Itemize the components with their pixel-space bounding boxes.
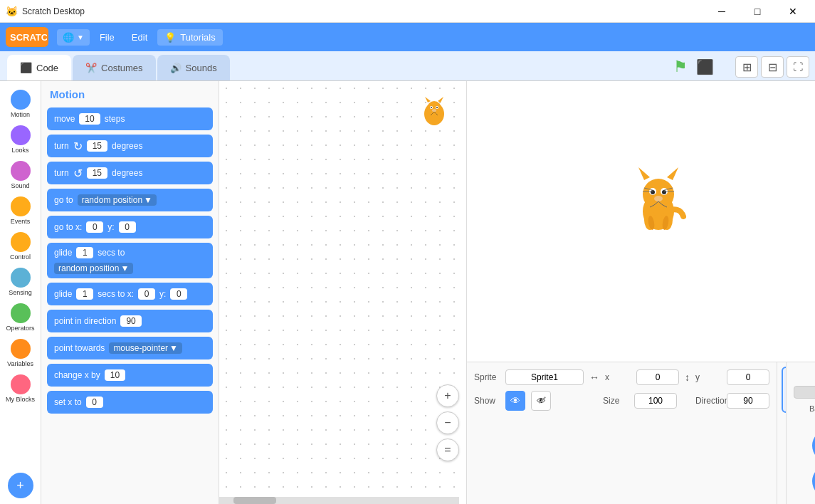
collapsed-view-button[interactable]: ⊟ xyxy=(761,56,784,78)
operators-dot xyxy=(11,303,31,323)
svg-point-14 xyxy=(643,179,674,210)
x-label: x xyxy=(605,372,631,382)
svg-marker-16 xyxy=(667,167,678,180)
script-area[interactable]: + − = xyxy=(219,81,466,504)
add-backdrop-button[interactable]: 🖼 xyxy=(812,466,815,497)
stop-button[interactable]: ⬛ xyxy=(694,56,715,78)
tutorials-icon: 💡 xyxy=(164,32,176,43)
svg-point-9 xyxy=(436,107,438,108)
block-towards[interactable]: point towards mouse-pointer ▼ xyxy=(47,337,213,359)
stage-cat-sprite xyxy=(623,163,694,234)
block-turn-ccw[interactable]: turn ↺ 15 degrees xyxy=(47,162,213,184)
sprite-name-input[interactable] xyxy=(505,369,584,385)
main-layout: Motion Looks Sound Events Control Sensin… xyxy=(0,81,815,504)
sidebar-item-variables[interactable]: Variables xyxy=(1,336,40,370)
globe-arrow: ▼ xyxy=(77,33,84,41)
sensing-label: Sensing xyxy=(9,289,32,296)
stage-panel: Stage Backdrops 1 🐱 🖼 xyxy=(786,362,815,504)
sidebar-item-events[interactable]: Events xyxy=(1,194,40,228)
looks-label: Looks xyxy=(11,147,28,154)
globe-menu[interactable]: 🌐 ▼ xyxy=(57,29,90,46)
show-label: Show xyxy=(474,396,500,406)
zoom-in-button[interactable]: + xyxy=(436,384,459,407)
block-direction[interactable]: point in direction 90 xyxy=(47,310,213,332)
y-input[interactable] xyxy=(727,369,769,385)
sidebar-item-myblocks[interactable]: My Blocks xyxy=(1,372,40,406)
motion-dot xyxy=(11,90,31,110)
category-sidebar: Motion Looks Sound Events Control Sensin… xyxy=(0,81,41,504)
control-label: Control xyxy=(10,253,31,261)
direction-input[interactable] xyxy=(727,393,769,409)
tab-code[interactable]: ⬛ Code xyxy=(7,55,71,80)
block-goto[interactable]: go to random position ▼ xyxy=(47,189,213,211)
tab-sounds[interactable]: 🔊 Sounds xyxy=(157,55,230,80)
tabbar-right-controls: ⚑ ⬛ ⊞ ⊟ ⛶ xyxy=(670,56,815,80)
green-flag-button[interactable]: ⚑ xyxy=(670,56,691,78)
svg-point-10 xyxy=(432,109,436,112)
tutorials-label: Tutorials xyxy=(180,32,215,43)
zoom-out-button[interactable]: − xyxy=(436,411,459,434)
backdrops-label: Backdrops xyxy=(809,404,815,413)
stage-action-buttons: 🐱 🖼 xyxy=(812,424,815,497)
sidebar-item-looks[interactable]: Looks xyxy=(1,122,40,157)
block-glide-random[interactable]: glide 1 secs to random position ▼ xyxy=(47,243,213,278)
direction-label: Direction xyxy=(695,396,721,406)
collapsed-view-icon: ⊟ xyxy=(768,61,777,74)
sprite-info: Sprite ↔ x ↕ y Show 👁 xyxy=(467,362,777,504)
tab-costumes[interactable]: ✂️ Costumes xyxy=(73,55,156,80)
x-input[interactable] xyxy=(636,369,679,385)
blocks-panel: Motion move 10 steps turn ↻ 15 degrees t… xyxy=(41,81,219,504)
window-controls: ─ □ ✕ xyxy=(705,0,809,23)
y-label: y xyxy=(695,372,721,382)
costumes-tab-label: Costumes xyxy=(101,63,143,73)
app-title: Scratch Desktop xyxy=(22,6,85,16)
script-sprite-thumbnail xyxy=(416,93,452,128)
zoom-fit-button[interactable]: = xyxy=(436,439,459,461)
block-changex[interactable]: change x by 10 xyxy=(47,364,213,387)
tutorials-button[interactable]: 💡 Tutorials xyxy=(157,29,222,46)
code-tab-icon: ⬛ xyxy=(20,62,32,73)
sidebar-item-control[interactable]: Control xyxy=(1,229,40,263)
add-extension-button[interactable]: + xyxy=(8,473,33,498)
green-flag-icon: ⚑ xyxy=(673,58,688,76)
block-gotoxy[interactable]: go to x: 0 y: 0 xyxy=(47,216,213,238)
sidebar-item-sensing[interactable]: Sensing xyxy=(1,265,40,299)
block-glide-xy[interactable]: glide 1 secs to x: 0 y: 0 xyxy=(47,283,213,305)
control-dot xyxy=(11,232,31,252)
zoom-fit-icon: = xyxy=(444,443,451,456)
sidebar-item-sound[interactable]: Sound xyxy=(1,158,40,192)
block-move[interactable]: move 10 steps xyxy=(47,107,213,130)
sound-label: Sound xyxy=(11,182,29,189)
stage-area xyxy=(467,81,815,362)
sidebar-item-operators[interactable]: Operators xyxy=(1,300,40,335)
sensing-dot xyxy=(11,268,31,288)
show-hidden-button[interactable]: 👁 xyxy=(531,391,551,411)
stage-thumbnail[interactable] xyxy=(794,386,815,399)
fullscreen-button[interactable]: ⛶ xyxy=(787,56,809,78)
menubar: SCRATCH 🌐 ▼ File Edit 💡 Tutorials xyxy=(0,23,815,51)
zoom-in-icon: + xyxy=(444,389,451,402)
show-visible-button[interactable]: 👁 xyxy=(505,391,525,411)
svg-marker-4 xyxy=(425,97,431,103)
sprite-panel: Sprite ↔ x ↕ y Show 👁 xyxy=(467,362,815,504)
horizontal-scrollbar[interactable] xyxy=(219,497,459,504)
add-sprite-button[interactable]: 🐱 xyxy=(812,430,815,461)
stop-icon: ⬛ xyxy=(696,58,714,75)
minimize-button[interactable]: ─ xyxy=(705,0,738,23)
block-setx[interactable]: set x to 0 xyxy=(47,391,213,414)
size-input[interactable] xyxy=(634,393,677,409)
globe-icon: 🌐 xyxy=(63,32,74,43)
variables-label: Variables xyxy=(7,360,33,367)
sidebar-item-motion[interactable]: Motion xyxy=(1,87,40,121)
file-menu[interactable]: File xyxy=(93,29,122,46)
block-turn-cw[interactable]: turn ↻ 15 degrees xyxy=(47,135,213,157)
events-label: Events xyxy=(11,218,31,225)
costumes-tab-icon: ✂️ xyxy=(85,63,97,73)
split-view-button[interactable]: ⊞ xyxy=(735,56,758,78)
maximize-button[interactable]: □ xyxy=(741,0,774,23)
edit-menu[interactable]: Edit xyxy=(125,29,154,46)
sounds-tab-icon: 🔊 xyxy=(170,63,182,73)
close-button[interactable]: ✕ xyxy=(777,0,809,23)
sprite-item-sprite1[interactable]: ✕ Sprite1 xyxy=(782,367,786,413)
sprite-name-label: Sprite xyxy=(474,372,500,382)
